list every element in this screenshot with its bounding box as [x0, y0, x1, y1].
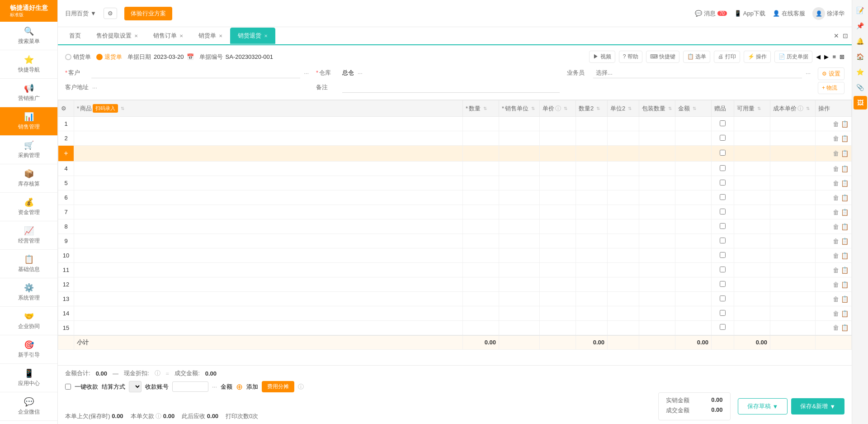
row-available[interactable] — [734, 219, 770, 234]
row-pack-qty[interactable] — [639, 306, 675, 321]
gift-checkbox[interactable] — [720, 165, 726, 171]
row-cost-price[interactable] — [770, 234, 816, 248]
row-pack-qty[interactable] — [639, 162, 675, 176]
fee-split-btn[interactable]: 费用分摊 — [262, 381, 294, 392]
copy-row-btn[interactable]: 📋 — [841, 281, 849, 288]
sidebar-item-wechat[interactable]: 💬 企业微信 — [0, 392, 57, 421]
row-price-highlighted[interactable] — [540, 146, 576, 162]
row-available[interactable] — [734, 321, 770, 335]
tab-price-extract-close[interactable]: ✕ — [134, 33, 138, 38]
row-unit-highlighted[interactable] — [499, 146, 540, 162]
messages-button[interactable]: 💬 消息 70 — [695, 10, 727, 18]
row-available[interactable] — [734, 277, 770, 292]
row-amount-highlighted[interactable] — [675, 146, 712, 162]
delete-row-btn[interactable]: 🗑 — [833, 180, 839, 187]
right-sidebar-home[interactable]: 🏠 — [854, 50, 867, 63]
row-amount[interactable] — [675, 117, 712, 131]
shortcut-btn[interactable]: ⌨ 快捷键 — [646, 51, 679, 63]
help-btn[interactable]: ? 帮助 — [619, 51, 642, 63]
address-picker[interactable]: ··· — [92, 84, 97, 91]
unit2-sort-icon[interactable]: ⇅ — [628, 106, 632, 111]
row-product[interactable] — [74, 292, 463, 306]
trial-button[interactable]: 体验行业方案 — [124, 7, 172, 20]
row-price[interactable] — [540, 117, 576, 131]
row-amount[interactable] — [675, 277, 712, 292]
delete-row-btn[interactable]: 🗑 — [833, 135, 839, 142]
tab-sales-order[interactable]: 销售订单 ✕ — [146, 28, 191, 44]
unit-sort-icon[interactable]: ⇅ — [531, 106, 535, 111]
row-available[interactable] — [734, 306, 770, 321]
row-pack-qty[interactable] — [639, 191, 675, 205]
video-btn[interactable]: ▶ 视频 — [589, 51, 615, 63]
row-cost-price[interactable] — [770, 306, 816, 321]
row-unit[interactable] — [499, 306, 540, 321]
settlement-select[interactable] — [129, 381, 142, 392]
row-available[interactable] — [734, 176, 770, 191]
row-qty[interactable] — [463, 162, 499, 176]
row-qty2[interactable] — [576, 277, 608, 292]
row-unit2[interactable] — [608, 219, 639, 234]
row-cost-price[interactable] — [770, 191, 816, 205]
delete-row-btn[interactable]: 🗑 — [833, 324, 839, 331]
row-qty2[interactable] — [576, 219, 608, 234]
row-product[interactable] — [74, 117, 463, 131]
gift-checkbox[interactable] — [720, 324, 726, 330]
row-unit2[interactable] — [608, 234, 639, 248]
delete-row-btn[interactable]: 🗑 — [833, 238, 839, 245]
row-price[interactable] — [540, 176, 576, 191]
add-row-icon[interactable]: + — [61, 148, 71, 158]
sidebar-item-sales[interactable]: 📊 销售管理 — [0, 107, 57, 136]
row-qty2-highlighted[interactable] — [576, 146, 608, 162]
row-qty[interactable] — [463, 234, 499, 248]
product-input-field[interactable] — [77, 150, 460, 157]
row-price[interactable] — [540, 131, 576, 146]
remark-input[interactable] — [342, 82, 560, 93]
right-sidebar-notes[interactable]: 📝 — [854, 4, 867, 17]
row-cost-price[interactable] — [770, 162, 816, 176]
row-unit2[interactable] — [608, 248, 639, 263]
row-unit2[interactable] — [608, 117, 639, 131]
row-qty[interactable] — [463, 219, 499, 234]
delete-row-btn[interactable]: 🗑 — [833, 281, 839, 288]
row-unit[interactable] — [499, 234, 540, 248]
app-download-button[interactable]: 📱 App下载 — [734, 10, 765, 18]
copy-row-btn[interactable]: 📋 — [841, 238, 849, 245]
scan-button[interactable]: 扫码录入 — [93, 104, 118, 113]
row-cost-price[interactable] — [770, 321, 816, 335]
gift-checkbox[interactable] — [720, 238, 726, 243]
row-amount[interactable] — [675, 176, 712, 191]
row-amount[interactable] — [675, 191, 712, 205]
row-product[interactable] — [74, 248, 463, 263]
copy-row-btn[interactable]: 📋 — [841, 267, 849, 274]
gear-settings-button[interactable]: ⚙ — [104, 8, 117, 19]
account-picker[interactable]: ··· — [212, 383, 217, 390]
row-qty[interactable] — [463, 191, 499, 205]
view-list-icon[interactable]: ≡ — [832, 53, 836, 60]
tab-price-extract[interactable]: 售价提取设置 ✕ — [89, 28, 146, 44]
row-price[interactable] — [540, 205, 576, 219]
sidebar-item-quicknav[interactable]: ⭐ 快捷导航 — [0, 50, 57, 79]
copy-row-btn[interactable]: 📋 — [841, 194, 849, 201]
add-payment-btn[interactable]: ⊕ — [236, 382, 243, 392]
qty2-sort-icon[interactable]: ⇅ — [596, 106, 600, 111]
row-available[interactable] — [734, 234, 770, 248]
gift-checkbox[interactable] — [720, 209, 726, 214]
row-available[interactable] — [734, 117, 770, 131]
row-available[interactable] — [734, 191, 770, 205]
row-qty2[interactable] — [576, 292, 608, 306]
gift-checkbox[interactable] — [720, 310, 726, 316]
row-cost-price[interactable] — [770, 292, 816, 306]
sidebar-item-finance[interactable]: 💰 资金管理 — [0, 193, 57, 221]
online-service-button[interactable]: 👤 在线客服 — [773, 10, 805, 18]
row-price[interactable] — [540, 162, 576, 176]
row-unit[interactable] — [499, 263, 540, 277]
copy-row-btn[interactable]: 📋 — [841, 180, 849, 187]
draft-dropdown-icon[interactable]: ▼ — [773, 403, 778, 410]
copy-row-btn[interactable]: 📋 — [841, 324, 849, 331]
copy-row-btn[interactable]: 📋 — [841, 150, 849, 157]
sidebar-item-guide[interactable]: 🎯 新手引导 — [0, 335, 57, 364]
radio-return-slip[interactable]: 退货单 — [96, 53, 122, 61]
gift-checkbox[interactable] — [720, 281, 726, 287]
calendar-icon[interactable]: 📅 — [187, 53, 194, 60]
operations-btn[interactable]: ⚡ 操作 — [744, 51, 771, 63]
